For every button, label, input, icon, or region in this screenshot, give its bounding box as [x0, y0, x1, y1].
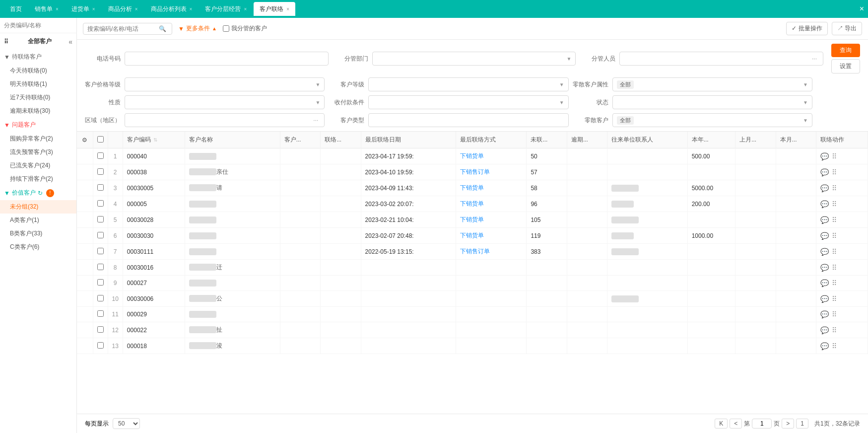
row-checkbox[interactable] [97, 232, 104, 238]
tab-product-analysis[interactable]: 商品分析 × [102, 2, 144, 16]
td-checkbox[interactable] [93, 322, 108, 338]
td-checkbox[interactable] [93, 338, 108, 354]
sidebar-item-ungroup[interactable]: 未分组(32) [0, 200, 76, 214]
td-checkbox[interactable] [93, 276, 108, 291]
status-select[interactable]: ▼ [612, 95, 812, 109]
grid-action-icon[interactable]: ⠿ [832, 168, 837, 176]
chat-icon[interactable]: 💬 [820, 200, 829, 208]
my-customers-check[interactable] [223, 25, 229, 32]
sidebar-item-overdue[interactable]: 逾期未联络(30) [0, 104, 76, 118]
sidebar-search-input[interactable] [4, 22, 77, 29]
row-checkbox[interactable] [97, 295, 104, 301]
grid-action-icon[interactable]: ⠿ [832, 216, 837, 224]
th-type[interactable]: 客户... [280, 132, 320, 148]
th-code[interactable]: 客户编码 ⇅ [123, 132, 185, 148]
sidebar-item-declining[interactable]: 持续下滑客户(2) [0, 172, 76, 186]
td-checkbox[interactable] [93, 212, 108, 228]
grid-action-icon[interactable]: ⠿ [832, 200, 837, 208]
tab-customer-segment-close[interactable]: × [244, 6, 247, 12]
last-method-link[interactable]: 下销货单 [460, 184, 484, 191]
main-search-input[interactable] [87, 25, 157, 32]
tab-product-analysis-close[interactable]: × [135, 6, 138, 12]
last-method-link[interactable]: 下销货单 [460, 152, 484, 159]
th-settings[interactable]: ⚙ [77, 132, 93, 148]
reset-button[interactable]: 设置 [831, 59, 860, 73]
retail-attr-select[interactable]: 全部 ▼ [612, 77, 812, 91]
close-all-tabs[interactable]: × [860, 4, 864, 13]
th-not-contact[interactable]: 未联... [527, 132, 567, 148]
grid-action-icon[interactable]: ⠿ [832, 279, 837, 287]
refresh-icon[interactable]: ↻ [38, 190, 43, 197]
grid-action-icon[interactable]: ⠿ [832, 232, 837, 240]
row-checkbox[interactable] [97, 342, 104, 349]
tab-customer-contact-close[interactable]: × [286, 6, 289, 12]
batch-op-button[interactable]: ✓ 批量操作 [786, 22, 827, 35]
sidebar-item-7days[interactable]: 近7天待联络(0) [0, 91, 76, 104]
price-grade-select[interactable]: ▼ [125, 77, 325, 91]
th-last-method[interactable]: 最后联络方式 [456, 132, 527, 148]
phone-input[interactable] [125, 52, 329, 66]
td-checkbox[interactable] [93, 148, 108, 164]
td-checkbox[interactable] [93, 164, 108, 180]
th-this-year[interactable]: 本年... [687, 132, 735, 148]
chat-icon[interactable]: 💬 [820, 152, 829, 160]
last-method-link[interactable]: 下销售订单 [460, 248, 490, 255]
sidebar-item-classB[interactable]: B类客户(33) [0, 227, 76, 240]
sidebar-item-classA[interactable]: A类客户(1) [0, 214, 76, 227]
td-checkbox[interactable] [93, 180, 108, 196]
manager-select[interactable]: ··· [619, 52, 823, 66]
tab-purchase[interactable]: 进货单 × [66, 2, 101, 16]
grid-action-icon[interactable]: ⠿ [832, 184, 837, 192]
tab-home[interactable]: 首页 [4, 2, 28, 16]
last-page-btn[interactable]: 1 [796, 419, 808, 429]
row-checkbox[interactable] [97, 310, 104, 317]
grid-action-icon[interactable]: ⠿ [832, 295, 837, 303]
sidebar-group-value-title[interactable]: ▼ 价值客户 ↻ ! [0, 186, 76, 200]
last-method-link[interactable]: 下销售订单 [460, 168, 490, 175]
th-contact[interactable]: 联络... [321, 132, 361, 148]
sidebar-item-tomorrow[interactable]: 明天待联络(1) [0, 77, 76, 91]
td-checkbox[interactable] [93, 196, 108, 212]
grid-action-icon[interactable]: ⠿ [832, 342, 837, 350]
row-checkbox[interactable] [97, 168, 104, 175]
tab-sales[interactable]: 销售单 × [29, 2, 65, 16]
td-checkbox[interactable] [93, 244, 108, 260]
per-page-select[interactable]: 50 100 200 [113, 418, 140, 429]
dept-select[interactable]: ▼ [372, 52, 576, 66]
td-checkbox[interactable] [93, 260, 108, 276]
th-overdue[interactable]: 逾期... [567, 132, 607, 148]
tab-purchase-close[interactable]: × [92, 6, 95, 12]
region-dots[interactable]: ··· [311, 117, 320, 124]
th-checkbox[interactable] [93, 132, 108, 148]
sidebar-item-churn-warning[interactable]: 流失预警客户(3) [0, 145, 76, 159]
tab-sales-close[interactable]: × [56, 6, 59, 12]
chat-icon[interactable]: 💬 [820, 310, 829, 318]
chat-icon[interactable]: 💬 [820, 326, 829, 334]
page-input[interactable] [752, 419, 772, 429]
sidebar-all-customers[interactable]: ⠿ 全部客户 « [0, 33, 76, 50]
sidebar-group-problem-title[interactable]: ▼ 问题客户 [0, 118, 76, 132]
grid-action-icon[interactable]: ⠿ [832, 310, 837, 318]
cust-type-select[interactable] [368, 113, 568, 127]
grid-action-icon[interactable]: ⠿ [832, 248, 837, 256]
chat-icon[interactable]: 💬 [820, 279, 829, 287]
row-checkbox[interactable] [97, 326, 104, 333]
row-checkbox[interactable] [97, 200, 104, 207]
last-method-link[interactable]: 下销货单 [460, 232, 484, 239]
td-checkbox[interactable] [93, 307, 108, 322]
th-this-month[interactable]: 本月... [776, 132, 816, 148]
th-name[interactable]: 客户名称 [185, 132, 280, 148]
tab-customer-contact[interactable]: 客户联络 × [254, 2, 295, 16]
sidebar-item-hoarding[interactable]: 囤购异常客户(2) [0, 132, 76, 145]
th-last-date[interactable]: 最后联络日期 [361, 132, 456, 148]
main-search-icon[interactable]: 🔍 [159, 25, 166, 32]
manager-dots[interactable]: ··· [810, 55, 819, 62]
tab-product-list[interactable]: 商品分析列表 × [145, 2, 199, 16]
chat-icon[interactable]: 💬 [820, 168, 829, 176]
grid-action-icon[interactable]: ⠿ [832, 152, 837, 160]
row-checkbox[interactable] [97, 216, 104, 222]
chat-icon[interactable]: 💬 [820, 232, 829, 240]
my-customers-checkbox[interactable]: 我分管的客户 [223, 24, 267, 33]
row-checkbox[interactable] [97, 152, 104, 159]
chat-icon[interactable]: 💬 [820, 248, 829, 256]
